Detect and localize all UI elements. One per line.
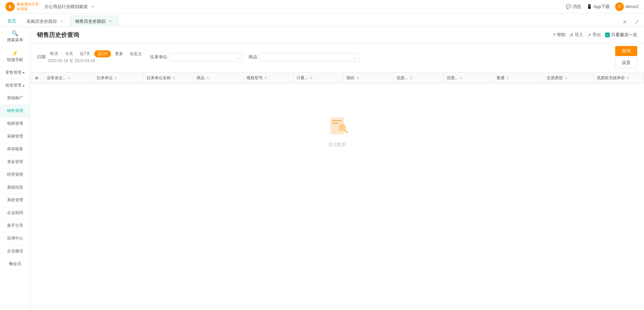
app-download-btn[interactable]: 📱 App下载 bbox=[587, 4, 610, 10]
tab-home[interactable]: 首页 bbox=[3, 16, 21, 27]
help-btn[interactable]: ? 帮助 bbox=[553, 32, 566, 38]
sort-qty-icon: ⇅ bbox=[506, 76, 509, 80]
data-table: ⚙ 业务发生... ⇅ 往来单位 ⇅ 往来单位名称 ⇅ bbox=[30, 72, 644, 84]
checkbox-icon: ✓ bbox=[605, 33, 610, 37]
sidebar-item-basic[interactable]: 基础信息 bbox=[0, 181, 30, 194]
date-range: 2023-02-18 至 2023-03-18 bbox=[48, 58, 145, 64]
sort-goods-icon: ⇅ bbox=[206, 76, 209, 80]
sort-price-icon: ⇅ bbox=[357, 76, 359, 80]
sidebar-item-finance[interactable]: 资金管理 bbox=[0, 156, 30, 168]
logo-text: 畅捷通好生意 标准版 bbox=[17, 2, 39, 11]
sidebar-item-enterprise[interactable]: 企业协同 bbox=[0, 207, 30, 219]
table-col-discount1[interactable]: 优惠... ⇅ bbox=[394, 72, 444, 84]
table-col-partnername[interactable]: 往来单位名称 ⇅ bbox=[144, 72, 194, 84]
date-btn-custom[interactable]: 自定义 bbox=[127, 50, 145, 57]
message-btn[interactable]: 💬 消息 bbox=[566, 4, 581, 10]
table-col-pretaxprice[interactable]: 优惠前无税单价 ⇅ bbox=[594, 72, 644, 84]
sidebar-item-purchase-mgmt[interactable]: 采购管理 bbox=[0, 130, 30, 143]
date-btn-more[interactable]: 更多 bbox=[112, 50, 126, 57]
tab-sales[interactable]: 销售历史价跟踪 × bbox=[70, 16, 118, 27]
avatar: D bbox=[615, 2, 624, 11]
filter-actions: 查询 设置 bbox=[615, 46, 637, 68]
date-btn-1month[interactable]: 近1月 bbox=[94, 50, 111, 57]
sidebar-item-wechat[interactable]: 企业微信 bbox=[0, 245, 30, 258]
export-icon: ↗ bbox=[587, 33, 591, 38]
sort-unit-icon: ⇅ bbox=[310, 76, 312, 80]
system-dropdown-icon[interactable]: ▾ bbox=[92, 5, 94, 8]
shortcut-icon: ⚡ bbox=[12, 50, 18, 56]
sidebar-item-shortcut[interactable]: ⚡ 快捷导航 bbox=[0, 47, 30, 66]
logo-icon: 6 bbox=[5, 2, 15, 11]
empty-icon bbox=[324, 111, 351, 138]
tab-purchase-close[interactable]: × bbox=[59, 19, 64, 24]
sidebar-item-system[interactable]: 系统管理 bbox=[0, 194, 30, 207]
close-window-btn[interactable]: ✕ bbox=[620, 17, 629, 27]
tab-purchase[interactable]: 采购历史价跟踪 × bbox=[21, 16, 69, 27]
tab-sales-close[interactable]: × bbox=[108, 19, 113, 24]
goods-input[interactable]: ... bbox=[259, 53, 360, 61]
query-button[interactable]: 查询 bbox=[615, 46, 637, 56]
table-col-qty[interactable]: 数量 ⇅ bbox=[494, 72, 544, 84]
sidebar-item-wholesale[interactable]: 批发管理 ▴ bbox=[0, 79, 30, 92]
sidebar-item-sales-mgmt[interactable]: 销售管理 bbox=[0, 105, 30, 117]
content-area: 销售历史价查询 ? 帮助 ↺ 导入 ↗ 导出 ✓ bbox=[30, 27, 644, 310]
partner-ellipsis-btn[interactable]: ... bbox=[237, 55, 240, 60]
sort-discount1-icon: ⇅ bbox=[410, 76, 413, 80]
table-col-unit[interactable]: 计量... ⇅ bbox=[294, 72, 344, 84]
sidebar: 🔍 搜索菜单 ⚡ 快捷导航 零售管理 ▾ 批发管理 ▴ 营销推广 销售管理 电商… bbox=[0, 27, 30, 310]
sort-partnercode-icon: ⇅ bbox=[114, 76, 117, 80]
table-col-gear[interactable]: ⚙ bbox=[30, 72, 44, 84]
sidebar-item-ecommerce[interactable]: 电商管理 bbox=[0, 117, 30, 130]
settings-button[interactable]: 设置 bbox=[615, 57, 637, 68]
filter-partner-item: 往来单位 ... bbox=[150, 53, 243, 61]
gear-icon[interactable]: ⚙ bbox=[35, 76, 39, 81]
partner-input[interactable]: ... bbox=[169, 53, 243, 61]
empty-state: 暂元数据 bbox=[30, 84, 644, 174]
search-icon: 🔍 bbox=[12, 30, 18, 37]
import-btn[interactable]: ↺ 导入 bbox=[570, 32, 583, 38]
only-latest-checkbox[interactable]: ✓ 只看最后一次 bbox=[605, 32, 637, 38]
date-label: 日期 bbox=[37, 54, 46, 60]
sort-partnername-icon: ⇅ bbox=[172, 76, 175, 80]
goods-ellipsis-btn[interactable]: ... bbox=[354, 55, 357, 60]
goods-label: 商品 bbox=[249, 54, 257, 60]
tab-sales-label: 销售历史价跟踪 bbox=[75, 18, 106, 24]
sidebar-item-member[interactable]: 畅会员 bbox=[0, 258, 30, 270]
table-col-partnercode[interactable]: 往来单位 ⇅ bbox=[94, 72, 144, 84]
message-icon: 💬 bbox=[566, 4, 571, 9]
app-icon: 📱 bbox=[587, 4, 592, 9]
sidebar-item-guide[interactable]: 新手引导 bbox=[0, 219, 30, 232]
svg-rect-2 bbox=[332, 120, 342, 121]
date-btn-yesterday[interactable]: 昨天 bbox=[48, 50, 61, 57]
sidebar-item-inventory[interactable]: 库存核算 bbox=[0, 143, 30, 156]
sort-discount2-icon: ⇅ bbox=[460, 76, 463, 80]
export-btn[interactable]: ↗ 导出 bbox=[587, 32, 601, 38]
page-title-row: 销售历史价查询 ? 帮助 ↺ 导入 ↗ 导出 ✓ bbox=[37, 31, 637, 39]
tab-purchase-label: 采购历史价跟踪 bbox=[26, 18, 57, 24]
sidebar-item-operations[interactable]: 经营管理 bbox=[0, 168, 30, 181]
date-btn-7days[interactable]: 近7天 bbox=[77, 50, 93, 57]
page-header: 销售历史价查询 ? 帮助 ↺ 导入 ↗ 导出 ✓ bbox=[30, 27, 644, 43]
table-col-tradetype[interactable]: 交易类型 ⇅ bbox=[544, 72, 594, 84]
table-col-discount2[interactable]: 优惠... ⇅ bbox=[444, 72, 494, 84]
date-btns: 昨天 今天 近7天 近1月 更多 自定义 bbox=[48, 50, 145, 57]
date-btn-today[interactable]: 今天 bbox=[62, 50, 76, 57]
sidebar-item-search[interactable]: 🔍 搜索菜单 bbox=[0, 27, 30, 47]
tab-bar: 首页 采购历史价跟踪 × 销售历史价跟踪 × ✕ ⤢ bbox=[0, 13, 644, 27]
sidebar-item-retail[interactable]: 零售管理 ▾ bbox=[0, 66, 30, 79]
empty-text: 暂元数据 bbox=[328, 142, 346, 148]
user-menu[interactable]: D demo2 bbox=[615, 2, 639, 11]
table-col-price[interactable]: 报价 ⇅ bbox=[344, 72, 394, 84]
table-col-bizdate[interactable]: 业务发生... ⇅ bbox=[44, 72, 94, 84]
maximize-btn[interactable]: ⤢ bbox=[632, 17, 641, 27]
table-col-goods[interactable]: 商品 ⇅ bbox=[194, 72, 244, 84]
top-bar-left: 6 畅捷通好生意 标准版 办公用品行业模拟账套 ▾ bbox=[5, 2, 94, 11]
filter-date-item: 日期 昨天 今天 近7天 近1月 更多 自定义 2023-02-18 至 202… bbox=[37, 50, 145, 64]
filter-date-col: 昨天 今天 近7天 近1月 更多 自定义 2023-02-18 至 2023-0… bbox=[48, 50, 145, 64]
filter-bar: 日期 昨天 今天 近7天 近1月 更多 自定义 2023-02-18 至 202… bbox=[30, 43, 644, 72]
table-container: ⚙ 业务发生... ⇅ 往来单位 ⇅ 往来单位名称 ⇅ bbox=[30, 72, 644, 310]
top-bar-right: 💬 消息 📱 App下载 D demo2 bbox=[566, 2, 639, 11]
sidebar-item-marketing[interactable]: 营销推广 bbox=[0, 92, 30, 105]
table-col-spec[interactable]: 规格型号 ⇅ bbox=[244, 72, 294, 84]
sidebar-item-apps[interactable]: 应用中心 bbox=[0, 232, 30, 245]
